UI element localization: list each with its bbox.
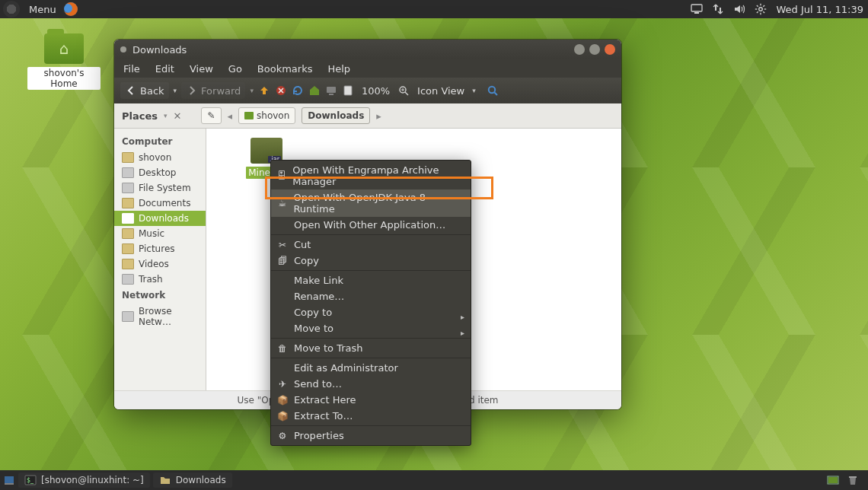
svg-rect-14: [344, 86, 352, 95]
window-maximize-button[interactable]: [589, 44, 600, 55]
ctx-separator: [271, 425, 471, 426]
zoom-in-icon[interactable]: [397, 84, 410, 97]
volume-icon[interactable]: [733, 3, 745, 15]
main-menu-button[interactable]: Menu: [23, 2, 62, 17]
computer-button[interactable]: [325, 84, 337, 97]
menu-go[interactable]: Go: [222, 62, 248, 76]
ctx-properties[interactable]: ⚙Properties: [271, 428, 471, 444]
window-menu-icon[interactable]: [120, 46, 126, 52]
firefox-icon[interactable]: [64, 2, 78, 16]
task-files-label: Downloads: [176, 475, 226, 485]
svg-rect-27: [849, 476, 857, 478]
svg-line-7: [757, 5, 758, 7]
task-files[interactable]: Downloads: [153, 473, 232, 488]
sidebar-item-downloads[interactable]: Downloads: [114, 211, 206, 226]
places-sidebar: Computer shovon Desktop File System Docu…: [114, 129, 206, 390]
context-menu: 🗄Open With Engrampa Archive Manager ☕Ope…: [270, 160, 471, 446]
folder-icon: [159, 474, 171, 486]
ctx-copy-to[interactable]: Copy to: [271, 304, 471, 320]
menu-help[interactable]: Help: [321, 62, 356, 76]
menu-bar: File Edit View Go Bookmarks Help: [114, 59, 621, 78]
toolbar: Back ▾ Forward ▾ 100% Icon View ▾: [114, 78, 621, 103]
ctx-separator: [271, 270, 471, 271]
window-minimize-button[interactable]: [574, 44, 585, 55]
forward-button[interactable]: Forward: [181, 82, 245, 99]
sidebar-item-trash[interactable]: Trash: [114, 272, 206, 287]
display-icon[interactable]: [691, 3, 703, 15]
clock-label[interactable]: Wed Jul 11, 11:39: [776, 4, 863, 15]
ctx-send-to[interactable]: ✈Send to…: [271, 376, 471, 392]
sidebar-item-desktop[interactable]: Desktop: [114, 165, 206, 180]
back-history-dropdown[interactable]: ▾: [174, 87, 177, 94]
ctx-separator: [271, 234, 471, 235]
ctx-separator: [271, 358, 471, 358]
menu-view[interactable]: View: [183, 62, 219, 76]
ctx-cut[interactable]: ✂Cut: [271, 237, 471, 253]
task-terminal[interactable]: $_ [shovon@linuxhint: ~]: [18, 473, 150, 488]
settings-gear-icon[interactable]: [755, 3, 767, 15]
ctx-open-engrampa[interactable]: 🗄Open With Engrampa Archive Manager: [271, 162, 471, 189]
ctx-open-other[interactable]: Open With Other Application…: [271, 217, 471, 233]
menu-file[interactable]: File: [117, 62, 146, 76]
network-icon[interactable]: [712, 3, 724, 15]
ctx-rename[interactable]: Rename…: [271, 288, 471, 304]
sidebar-item-filesystem[interactable]: File System: [114, 180, 206, 196]
window-close-button[interactable]: [605, 44, 615, 55]
stop-button[interactable]: [275, 84, 287, 97]
ctx-extract-to[interactable]: 📦Extract To…: [271, 408, 471, 424]
crumb-next-icon[interactable]: ▸: [376, 110, 381, 122]
window-title: Downloads: [132, 44, 570, 56]
distro-logo-icon[interactable]: [3, 1, 20, 18]
ctx-copy[interactable]: 🗐Copy: [271, 253, 471, 269]
svg-rect-12: [327, 87, 336, 93]
desktop-background: Menu Wed Jul 11, 11:39 shovon's Home Dow: [0, 0, 868, 490]
task-terminal-label: [shovon@linuxhint: ~]: [41, 475, 144, 485]
sidebar-item-browse-network[interactable]: Browse Netw…: [114, 304, 206, 329]
places-label: Places: [122, 110, 158, 122]
view-mode-selector[interactable]: Icon View: [414, 85, 468, 97]
breadcrumb-shovon[interactable]: shovon: [238, 107, 295, 124]
forward-history-dropdown[interactable]: ▾: [250, 87, 254, 94]
ctx-extract-here[interactable]: 📦Extract Here: [271, 392, 471, 408]
ctx-move-to[interactable]: Move to: [271, 320, 471, 336]
menu-edit[interactable]: Edit: [149, 62, 180, 76]
sidebar-item-videos[interactable]: Videos: [114, 256, 206, 272]
svg-rect-21: [5, 476, 14, 483]
breadcrumb-downloads[interactable]: Downloads: [302, 107, 370, 124]
svg-point-2: [759, 8, 763, 11]
sidebar-item-music[interactable]: Music: [114, 226, 206, 241]
svg-point-19: [489, 87, 495, 93]
workspace-switcher-icon[interactable]: [827, 474, 839, 486]
home-button[interactable]: [308, 84, 321, 97]
places-close-icon[interactable]: ✕: [174, 110, 182, 122]
crumb-prev-icon[interactable]: ◂: [228, 110, 233, 122]
ctx-edit-admin[interactable]: Edit as Administrator: [271, 360, 471, 376]
show-desktop-icon[interactable]: [3, 474, 15, 486]
sidebar-item-pictures[interactable]: Pictures: [114, 241, 206, 256]
reload-button[interactable]: [292, 84, 304, 97]
home-desktop-icon[interactable]: shovon's Home: [27, 33, 101, 90]
search-button[interactable]: [487, 84, 499, 97]
zoom-level[interactable]: 100%: [359, 85, 393, 97]
forward-label: Forward: [201, 85, 241, 97]
terminal-icon: $_: [24, 474, 37, 486]
sidebar-item-documents[interactable]: Documents: [114, 196, 206, 211]
ctx-move-to-trash[interactable]: 🗑Move to Trash: [271, 340, 471, 356]
places-dropdown[interactable]: ▾: [164, 112, 168, 119]
ctx-open-openjdk[interactable]: ☕Open With OpenJDK Java 8 Runtime: [271, 189, 471, 217]
menu-bookmarks[interactable]: Bookmarks: [251, 62, 319, 76]
window-titlebar[interactable]: Downloads: [114, 40, 621, 59]
back-button[interactable]: Back: [120, 82, 169, 99]
svg-line-10: [764, 5, 765, 7]
svg-rect-1: [694, 12, 699, 14]
up-button[interactable]: [258, 84, 270, 97]
svg-rect-22: [5, 483, 14, 485]
path-edit-button[interactable]: ✎: [201, 107, 221, 124]
trash-icon[interactable]: [847, 474, 859, 486]
svg-line-16: [405, 92, 408, 95]
note-button[interactable]: [342, 84, 354, 97]
sidebar-item-shovon[interactable]: shovon: [114, 150, 206, 165]
ctx-make-link[interactable]: Make Link: [271, 272, 471, 288]
svg-line-20: [494, 92, 497, 95]
view-mode-dropdown[interactable]: ▾: [472, 87, 476, 94]
